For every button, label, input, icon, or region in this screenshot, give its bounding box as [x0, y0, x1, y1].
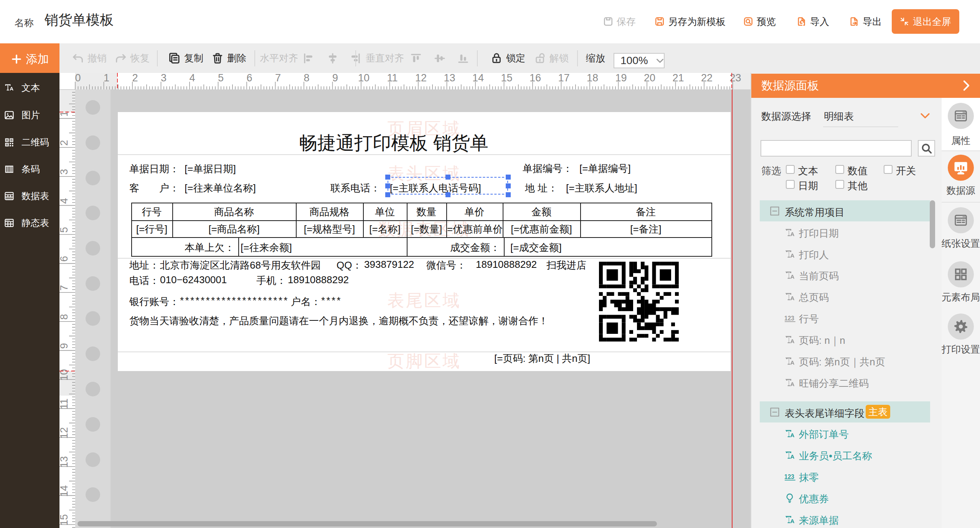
svg-text:11: 11: [387, 73, 398, 84]
svg-text:22: 22: [701, 73, 713, 84]
svg-text:5: 5: [218, 73, 224, 84]
svg-text:14: 14: [59, 485, 70, 497]
svg-text:18: 18: [587, 73, 598, 84]
svg-text:8: 8: [304, 73, 309, 84]
svg-text:13: 13: [59, 456, 70, 468]
svg-text:12: 12: [415, 73, 427, 84]
svg-text:17: 17: [558, 73, 569, 84]
svg-text:9: 9: [59, 343, 70, 349]
svg-text:0: 0: [75, 73, 81, 84]
svg-text:16: 16: [530, 73, 541, 84]
svg-text:9: 9: [332, 73, 338, 84]
svg-text:101001: 101001: [6, 197, 13, 200]
svg-text:2: 2: [59, 140, 70, 146]
svg-text:21: 21: [672, 73, 684, 84]
svg-text:1: 1: [104, 73, 109, 84]
svg-text:4: 4: [59, 198, 70, 204]
svg-text:7: 7: [275, 73, 281, 84]
svg-text:10: 10: [358, 73, 370, 84]
svg-text:15: 15: [59, 514, 70, 526]
svg-text:6: 6: [59, 256, 70, 262]
svg-text:2: 2: [132, 73, 138, 84]
svg-text:123: 123: [784, 315, 794, 322]
svg-text:12: 12: [59, 427, 70, 439]
svg-text:3: 3: [59, 169, 70, 175]
svg-text:15: 15: [501, 73, 512, 84]
svg-text:23: 23: [729, 73, 741, 84]
svg-text:3: 3: [161, 73, 167, 84]
svg-text:11: 11: [59, 399, 70, 409]
svg-text:123: 123: [784, 474, 794, 480]
svg-text:13: 13: [444, 73, 455, 84]
svg-text:14: 14: [472, 73, 484, 84]
svg-text:5: 5: [59, 227, 70, 233]
svg-text:8: 8: [59, 314, 70, 320]
svg-text:4: 4: [189, 73, 195, 84]
svg-text:19: 19: [615, 73, 627, 84]
svg-text:20: 20: [644, 73, 655, 84]
svg-text:6: 6: [246, 73, 252, 84]
svg-text:7: 7: [59, 285, 70, 291]
